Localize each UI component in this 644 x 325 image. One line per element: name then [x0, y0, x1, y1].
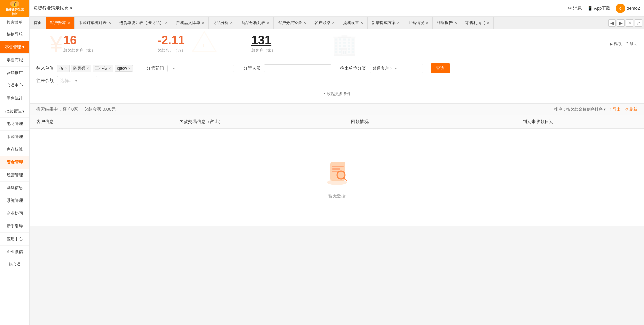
- tab-product-inbound[interactable]: 产成品入库单 ✕: [172, 17, 209, 29]
- balance-arrow: ▾: [75, 79, 77, 83]
- refresh-btn[interactable]: ↻ 刷新: [625, 107, 637, 112]
- balance-select[interactable]: 选择... ▾: [57, 76, 97, 85]
- refresh-label: 刷新: [629, 107, 637, 112]
- tab-customer-ledger[interactable]: 客户账本 ✕: [46, 17, 75, 29]
- filter-tags: 伍 ✕ 陈民强 ✕ 王小亮 ✕ cjttcw ✕ ···: [57, 65, 138, 72]
- sidebar-item-system[interactable]: 系统管理: [0, 194, 29, 207]
- filter-collapse-row: ∧ 收起更多条件: [36, 88, 637, 99]
- tab-product-analysis[interactable]: 商品分析 ✕: [209, 17, 237, 29]
- filter-row-1: 往来单位 伍 ✕ 陈民强 ✕ 王小亮 ✕ cjttcw: [36, 63, 637, 73]
- tab-business-situation[interactable]: 经营情况 ✕: [404, 17, 433, 29]
- tab-promotion-settings[interactable]: 提成设置 ✕: [339, 17, 368, 29]
- unit-class-select[interactable]: 普通客户 ✕ ▾: [370, 64, 423, 73]
- main-area: 母婴行业演示帐套 ▾ ✉ 消息 📱 App下载 d demo2 首页 客户账本 …: [30, 0, 644, 325]
- sidebar-item-marketing[interactable]: 营销推广: [0, 67, 29, 79]
- tab-product-analysis-list[interactable]: 商品分析列表 ✕: [237, 17, 274, 29]
- svg-rect-5: [332, 168, 340, 170]
- sidebar-item-retail-mall[interactable]: 零售商城: [0, 54, 29, 67]
- username: demo2: [627, 6, 640, 11]
- account-selector[interactable]: 母婴行业演示帐套 ▾: [34, 5, 72, 11]
- filter-row-2: 往来余额 选择... ▾: [36, 76, 637, 85]
- close-tab-product-analysis[interactable]: ✕: [230, 21, 233, 25]
- sidebar-item-retail-stats[interactable]: 零售统计: [0, 92, 29, 105]
- sidebar-item-wholesale-mgmt[interactable]: 批发管理 ▾: [0, 105, 29, 118]
- sidebar-item-new-guide[interactable]: 新手引导: [0, 220, 29, 233]
- stat3-value: 131: [251, 34, 271, 46]
- help-btn[interactable]: ? 帮助: [626, 41, 637, 47]
- tab-inbound-stat[interactable]: 进货单统计表（按商品） ✕: [115, 17, 172, 29]
- tab-customer-tier[interactable]: 客户分层经营 ✕: [274, 17, 310, 29]
- result-bar-right: 排序：按欠款金额倒序排序 ▾ ↑ 导出 ↻ 刷新: [554, 107, 637, 112]
- tab-close-all-btn[interactable]: ✕: [626, 19, 633, 27]
- remove-tag-4[interactable]: ✕: [128, 67, 131, 70]
- unit-class-tag: 普通客户 ✕: [373, 66, 392, 71]
- sidebar-item-operations[interactable]: 经营管理: [0, 169, 29, 182]
- close-tab-new-promotion[interactable]: ✕: [397, 21, 400, 25]
- close-tab-product-analysis-list[interactable]: ✕: [267, 21, 269, 25]
- close-tab-promotion-settings[interactable]: ✕: [360, 21, 363, 25]
- sidebar-item-inventory[interactable]: 库存核算: [0, 143, 29, 156]
- sort-arrow: ▾: [604, 107, 606, 112]
- collapse-btn[interactable]: ∧ 收起更多条件: [323, 89, 351, 98]
- sort-selector[interactable]: 排序：按欠款金额倒序排序 ▾: [554, 107, 606, 112]
- unit-class-label: 往来单位分类: [340, 65, 366, 71]
- tab-next-btn[interactable]: ▶: [617, 19, 625, 27]
- tab-home[interactable]: 首页: [30, 17, 46, 29]
- filter-more-btn[interactable]: ···: [134, 66, 138, 71]
- remove-tag-2[interactable]: ✕: [86, 67, 89, 70]
- sidebar-search[interactable]: 搜索菜单: [0, 17, 29, 28]
- sort-label: 排序：按欠款金额倒序排序: [554, 107, 603, 112]
- tab-profit-report[interactable]: 利润报告 ✕: [433, 17, 461, 29]
- sidebar-item-purchase-mgmt[interactable]: 采购管理: [0, 131, 29, 143]
- sidebar-item-member-center[interactable]: 会员中心: [0, 79, 29, 92]
- sidebar-item-retail-mgmt[interactable]: 零售管理 ▾: [0, 41, 29, 54]
- close-tab-retail-profit[interactable]: ✕: [487, 21, 489, 25]
- query-btn[interactable]: 查询: [431, 63, 450, 73]
- close-tab-profit-report[interactable]: ✕: [454, 21, 457, 25]
- sidebar-item-wechat[interactable]: 企业微信: [0, 246, 29, 258]
- tab-prev-btn[interactable]: ◀: [608, 19, 616, 27]
- refresh-icon: ↻: [625, 107, 628, 112]
- unit-class-arrow: ▾: [395, 67, 397, 70]
- tab-expand-btn[interactable]: ⤢: [635, 19, 642, 27]
- close-tab-customer-contact[interactable]: ✕: [332, 21, 335, 25]
- app-download-btn[interactable]: 📱 App下载: [587, 5, 610, 11]
- tab-purchase-order[interactable]: 采购订单统计表 ✕: [75, 17, 115, 29]
- tab-retail-profit[interactable]: 零售利润（ ✕: [461, 17, 494, 29]
- remove-unit-class[interactable]: ✕: [390, 67, 392, 70]
- account-name: 母婴行业演示帐套: [34, 5, 69, 11]
- search-menu-label[interactable]: 搜索菜单: [2, 20, 27, 25]
- debt-summary: 欠款金额 0.00元: [84, 107, 116, 112]
- sidebar-item-finance[interactable]: 资金管理: [0, 156, 29, 169]
- empty-icon: [320, 155, 354, 189]
- close-tab-inbound-stat[interactable]: ✕: [165, 21, 168, 25]
- sidebar-item-basic-info[interactable]: 基础信息: [0, 182, 29, 194]
- person-label: 分管人员: [243, 65, 261, 71]
- sidebar-item-ecommerce[interactable]: 电商管理: [0, 118, 29, 131]
- stat3-bg-icon: 🏢: [332, 32, 357, 56]
- mobile-icon: 📱: [587, 6, 593, 11]
- stat2-value: -2.11: [157, 34, 185, 46]
- user-profile[interactable]: d demo2: [616, 4, 640, 13]
- sidebar-item-member[interactable]: 畅会员: [0, 258, 29, 271]
- tab-customer-contact[interactable]: 客户联络 ✕: [310, 17, 339, 29]
- video-btn[interactable]: ▶ 视频: [610, 41, 622, 47]
- close-tab-business-situation[interactable]: ✕: [426, 21, 428, 25]
- result-text: 搜索结果中，客户0家: [36, 107, 78, 112]
- close-tab-customer-ledger[interactable]: ✕: [68, 21, 70, 25]
- remove-tag-1[interactable]: ✕: [65, 67, 67, 70]
- tab-new-promotion[interactable]: 新增提成方案 ✕: [368, 17, 404, 29]
- sidebar-item-quick-nav[interactable]: 快捷导航: [0, 28, 29, 41]
- close-tab-purchase-order[interactable]: ✕: [108, 21, 111, 25]
- remove-tag-3[interactable]: ✕: [108, 67, 111, 70]
- message-btn[interactable]: ✉ 消息: [568, 5, 582, 11]
- export-icon: ↑: [610, 107, 612, 112]
- sidebar-item-enterprise[interactable]: 企业协同: [0, 207, 29, 220]
- close-tab-product-inbound[interactable]: ✕: [202, 21, 204, 25]
- dept-select[interactable]: ▾: [167, 65, 234, 72]
- sidebar-item-app-center[interactable]: 应用中心: [0, 233, 29, 246]
- export-btn[interactable]: ↑ 导出: [610, 107, 621, 112]
- close-tab-customer-tier[interactable]: ✕: [303, 21, 306, 25]
- top-bar: 母婴行业演示帐套 ▾ ✉ 消息 📱 App下载 d demo2: [30, 0, 644, 17]
- person-select[interactable]: ···: [264, 64, 331, 72]
